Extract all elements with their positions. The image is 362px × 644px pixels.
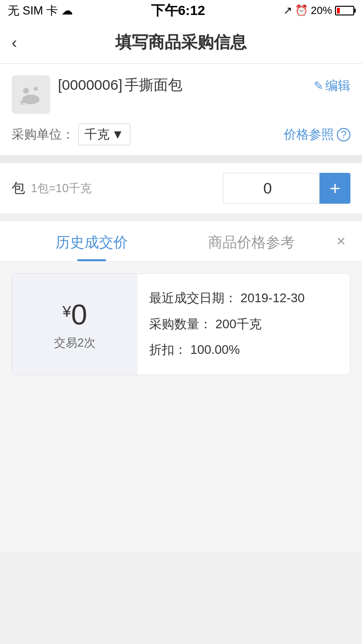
deal-card: ¥ 0 交易2次 最近成交日期： 2019-12-30 采购数量： 200千克 …	[12, 273, 350, 375]
back-button[interactable]: ‹	[7, 28, 22, 56]
deal-qty-label: 采购数量：	[149, 317, 212, 331]
deal-discount-label: 折扣：	[149, 342, 187, 357]
status-right: ↗ ⏰ 20%	[283, 4, 354, 17]
deal-date-label: 最近成交日期：	[149, 291, 237, 305]
close-tab-button[interactable]: ×	[332, 227, 350, 255]
deal-price-display: ¥ 0	[62, 298, 87, 331]
quantity-input[interactable]	[223, 173, 320, 204]
quantity-left: 包 1包=10千克	[12, 179, 92, 197]
product-name: [0000006] 手撕面包	[58, 75, 182, 95]
tabs-container: 历史成交价 商品价格参考 ×	[0, 221, 362, 262]
quantity-unit-badge: 包	[12, 179, 25, 197]
svg-point-0	[23, 88, 29, 94]
product-header: 数 [0000006] 手撕面包 ✎ 编辑	[12, 75, 350, 114]
svg-point-1	[34, 87, 38, 91]
history-content: ¥ 0 交易2次 最近成交日期： 2019-12-30 采购数量： 200千克 …	[0, 262, 362, 551]
deal-date-value: 2019-12-30	[240, 291, 305, 305]
quantity-plus-button[interactable]: +	[320, 173, 350, 204]
battery-icon	[335, 6, 354, 15]
location-icon: ↗	[283, 4, 292, 17]
deal-amount: 0	[71, 298, 87, 331]
unit-select[interactable]: 千克 ▼	[78, 124, 130, 145]
deal-discount-value: 100.00%	[190, 342, 240, 357]
product-card: 数 [0000006] 手撕面包 ✎ 编辑 采购单位： 千克 ▼ 价格参照 ?	[0, 64, 362, 155]
tab-product-price-ref[interactable]: 商品价格参考	[172, 221, 332, 261]
tab-history-price[interactable]: 历史成交价	[12, 221, 172, 261]
quantity-row: 包 1包=10千克 +	[12, 163, 350, 213]
quantity-section: 包 1包=10千克 +	[0, 163, 362, 213]
deal-count: 交易2次	[54, 335, 95, 350]
product-thumbnail: 数	[12, 75, 50, 114]
status-bar: 无 SIM 卡 ☁ 下午6:12 ↗ ⏰ 20%	[0, 0, 362, 21]
product-left: 数 [0000006] 手撕面包	[12, 75, 182, 114]
dropdown-arrow-icon: ▼	[111, 127, 124, 142]
product-title: 手撕面包	[125, 77, 182, 93]
deal-qty-value: 200千克	[215, 317, 261, 331]
quantity-unit-sub: 1包=10千克	[31, 181, 92, 196]
deal-price-section: ¥ 0 交易2次	[12, 274, 138, 375]
unit-label-text: 采购单位：	[12, 126, 74, 143]
nav-bar: ‹ 填写商品采购信息	[0, 21, 362, 64]
deal-info-section: 最近成交日期： 2019-12-30 采购数量： 200千克 折扣： 100.0…	[138, 274, 350, 375]
product-id: [0000006]	[58, 77, 122, 93]
status-time: 下午6:12	[151, 1, 205, 20]
edit-label: 编辑	[325, 77, 350, 94]
unit-label: 采购单位： 千克 ▼	[12, 124, 130, 145]
deal-discount-row: 折扣： 100.00%	[149, 340, 338, 360]
battery-percent: 20%	[311, 4, 332, 17]
deal-qty-row: 采购数量： 200千克	[149, 314, 338, 335]
price-ref-button[interactable]: 价格参照 ?	[284, 126, 350, 143]
currency-symbol: ¥	[62, 303, 71, 321]
deal-date-row: 最近成交日期： 2019-12-30	[149, 288, 338, 308]
sim-signal-text: 无 SIM 卡 ☁	[8, 3, 73, 18]
svg-text:数: 数	[20, 100, 25, 105]
price-ref-label: 价格参照	[284, 126, 334, 143]
section-separator	[0, 155, 362, 163]
unit-value: 千克	[84, 126, 110, 143]
status-left: 无 SIM 卡 ☁	[8, 3, 73, 18]
edit-icon: ✎	[314, 79, 323, 93]
help-icon: ?	[337, 128, 350, 141]
quantity-right: +	[223, 173, 350, 204]
edit-button[interactable]: ✎ 编辑	[314, 77, 350, 94]
page-title: 填写商品采购信息	[115, 31, 247, 54]
alarm-icon: ⏰	[295, 4, 308, 17]
product-unit-row: 采购单位： 千克 ▼ 价格参照 ?	[12, 124, 350, 145]
